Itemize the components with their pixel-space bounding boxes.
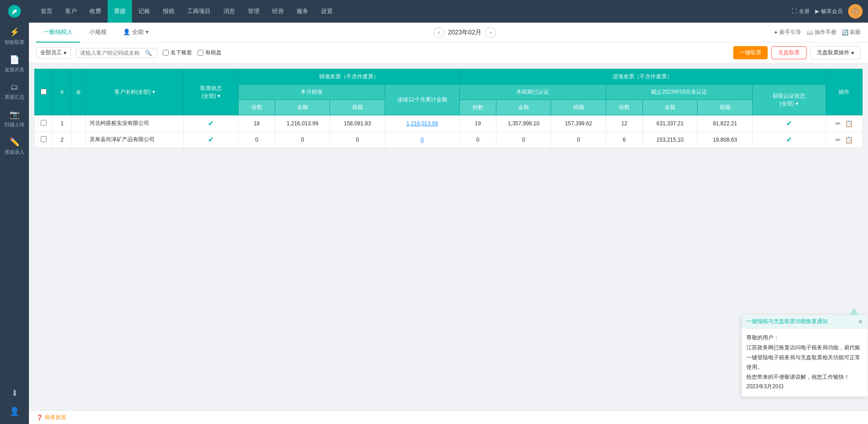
nav-service[interactable]: 服务 bbox=[290, 0, 315, 23]
th-sales-invoice: 销项发票（不含作废票） bbox=[238, 69, 459, 85]
notification-popup: 一键报税与无盘取票功能恢复通知 ✕ 尊敬的用户：江苏政务网已恢复访问电子税务局功… bbox=[741, 314, 868, 397]
fullscreen-button[interactable]: ⛶ 全屏 bbox=[792, 8, 810, 15]
sidebar-item-scan-upload[interactable]: 📷 扫描上传 bbox=[0, 105, 29, 133]
view-button[interactable]: 📋 bbox=[845, 120, 853, 127]
row-fetch-status: ✔ bbox=[184, 115, 238, 132]
edit-button[interactable]: ✏ bbox=[835, 120, 841, 127]
period-label: 2023年02月 bbox=[448, 29, 482, 37]
sidebar-bottom: ⬇ 👤 bbox=[0, 385, 29, 424]
row-index: 1 bbox=[53, 115, 71, 132]
checkbox-has-disk[interactable]: 有税盘 bbox=[198, 49, 222, 57]
edit-button[interactable]: ✏ bbox=[835, 136, 841, 143]
th-monthly-sales: 本月销项 bbox=[238, 85, 385, 100]
tax-policy-icon: ❓ bbox=[36, 414, 43, 421]
chevron-down-icon: ▾ bbox=[851, 50, 854, 56]
row-operation: ✏ 📋 bbox=[826, 132, 862, 148]
row-uncert-tax: 19,808.63 bbox=[698, 132, 752, 148]
row-index: 2 bbox=[53, 132, 71, 148]
row-checkbox[interactable] bbox=[35, 115, 53, 132]
nav-business[interactable]: 工商项目 bbox=[181, 0, 217, 23]
th-cert-status: 获取认证状态(全部) ▾ bbox=[752, 85, 826, 115]
filter-bar: 全部员工 ▾ 🔍 名下账套 有税盘 一键取票 无盘取票 无盘取票操作 ▾ bbox=[29, 43, 868, 63]
row-cert-status: ✔ bbox=[752, 132, 826, 148]
nav-operation[interactable]: 经营 bbox=[266, 0, 290, 23]
checkbox-has-disk-input[interactable] bbox=[198, 50, 203, 56]
chevron-down-icon: ▾ bbox=[146, 29, 149, 35]
row-customer-name: 灵寿县尚泽矿产品有限公司 bbox=[86, 132, 184, 148]
th-cert-tax: 税额 bbox=[551, 100, 606, 115]
no-disk-fetch-button[interactable]: 无盘取票 bbox=[771, 46, 807, 59]
search-input[interactable] bbox=[80, 50, 143, 56]
nav-collection[interactable]: 收费 bbox=[83, 0, 108, 23]
download-button[interactable]: ⬇ bbox=[0, 385, 29, 401]
nav-customer[interactable]: 客户 bbox=[59, 0, 83, 23]
nav-tax[interactable]: 报税 bbox=[156, 0, 181, 23]
row-settings bbox=[71, 132, 85, 148]
sidebar-item-invoice-open[interactable]: 📄 发票开具 bbox=[0, 50, 29, 78]
notification-line: 尊敬的用户： bbox=[746, 333, 863, 343]
th-operation: 操作 bbox=[826, 69, 862, 115]
next-period-button[interactable]: › bbox=[485, 27, 496, 38]
row-cert-amount: 0 bbox=[496, 132, 551, 148]
row-monthly-amount: 0 bbox=[275, 132, 330, 148]
row-uncert-amount: 631,337.21 bbox=[642, 115, 697, 132]
th-deadline-uncert: 截止2023年03月未认证 bbox=[606, 85, 752, 100]
sidebar-item-smart-fetch[interactable]: ⚡ 智能取票 bbox=[0, 23, 29, 50]
row-cert-tax: 157,399.62 bbox=[551, 115, 606, 132]
refresh-button[interactable]: 🔄 刷新 bbox=[842, 29, 861, 36]
nav-invoice[interactable]: 票据 bbox=[108, 0, 132, 23]
row-monthly-count: 18 bbox=[238, 115, 275, 132]
bottom-bar: ❓ 税务政策 bbox=[29, 410, 868, 424]
th-uncert-count: 份数 bbox=[606, 100, 642, 115]
no-disk-ops-button[interactable]: 无盘取票操作 ▾ bbox=[810, 46, 861, 59]
select-all-checkbox[interactable] bbox=[41, 89, 47, 95]
row-cert-count: 0 bbox=[459, 132, 496, 148]
checkbox-under-account[interactable]: 名下账套 bbox=[163, 49, 192, 57]
sidebar-item-data-entry[interactable]: ✏️ 票据录入 bbox=[0, 133, 29, 160]
row-cert-status: ✔ bbox=[752, 115, 826, 132]
new-guide-button[interactable]: ✦ 新手引导 bbox=[774, 29, 801, 36]
view-button[interactable]: 📋 bbox=[845, 136, 853, 143]
tax-policy-link[interactable]: ❓ 税务政策 bbox=[36, 414, 66, 421]
notification-arrow bbox=[849, 308, 859, 315]
nav-settings[interactable]: 设置 bbox=[315, 0, 339, 23]
manual-icon: 📖 bbox=[807, 29, 813, 36]
th-monthly-amount: 金额 bbox=[275, 100, 330, 115]
notification-close-button[interactable]: ✕ bbox=[858, 318, 863, 325]
row-operation: ✏ 📋 bbox=[826, 115, 862, 132]
invoice-open-icon: 📄 bbox=[9, 55, 19, 65]
tab-bar: 一般纳税人 小规模 👤 全能 ▾ ‹ 2023年02月 › ✦ 新手引导 bbox=[29, 23, 868, 43]
smart-fetch-icon: ⚡ bbox=[9, 27, 19, 37]
one-click-fetch-button[interactable]: 一键取票 bbox=[733, 46, 768, 59]
chevron-down-icon: ▾ bbox=[64, 50, 66, 56]
user-avatar[interactable]: 🐵 bbox=[848, 4, 863, 19]
checkbox-under-account-input[interactable] bbox=[163, 50, 169, 56]
tab-small-scale[interactable]: 小规模 bbox=[82, 23, 114, 43]
nav-bookkeeping[interactable]: 记账 bbox=[132, 0, 156, 23]
manual-button[interactable]: 📖 操作手册 bbox=[807, 29, 836, 36]
filter-actions: 一键取票 无盘取票 无盘取票操作 ▾ bbox=[733, 46, 861, 59]
row-cert-amount: 1,357,999.10 bbox=[496, 115, 551, 132]
nav-manage[interactable]: 管理 bbox=[241, 0, 266, 23]
search-icon[interactable]: 🔍 bbox=[145, 50, 152, 56]
th-input-invoice: 进项发票（不含作废票） bbox=[459, 69, 826, 85]
fullscreen-icon: ⛶ bbox=[792, 8, 797, 14]
row-checkbox[interactable] bbox=[35, 132, 53, 148]
row-monthly-amount: 1,216,013.99 bbox=[275, 115, 330, 132]
nav-home[interactable]: 首页 bbox=[34, 0, 59, 23]
sidebar-item-invoice-summary[interactable]: 🗂 票据汇总 bbox=[0, 78, 29, 105]
prev-period-button[interactable]: ‹ bbox=[434, 27, 444, 38]
user-button[interactable]: 👤 bbox=[0, 403, 29, 419]
scan-upload-icon: 📷 bbox=[9, 110, 19, 119]
tab-all[interactable]: 👤 全能 ▾ bbox=[116, 23, 156, 43]
row-uncert-count: 6 bbox=[606, 132, 642, 148]
refresh-icon: 🔄 bbox=[842, 29, 849, 36]
nav-message[interactable]: 消息 bbox=[217, 0, 241, 23]
row-checkbox-input[interactable] bbox=[41, 120, 47, 126]
row-customer-name: 河北柯搭桩实业有限公司 bbox=[86, 115, 184, 132]
employee-select[interactable]: 全部员工 ▾ bbox=[36, 47, 71, 58]
tab-general-taxpayer[interactable]: 一般纳税人 bbox=[36, 23, 80, 43]
member-button[interactable]: ▶ 畅享会员 bbox=[815, 8, 843, 15]
row-checkbox-input[interactable] bbox=[41, 136, 47, 142]
row-monthly-count: 0 bbox=[238, 132, 275, 148]
